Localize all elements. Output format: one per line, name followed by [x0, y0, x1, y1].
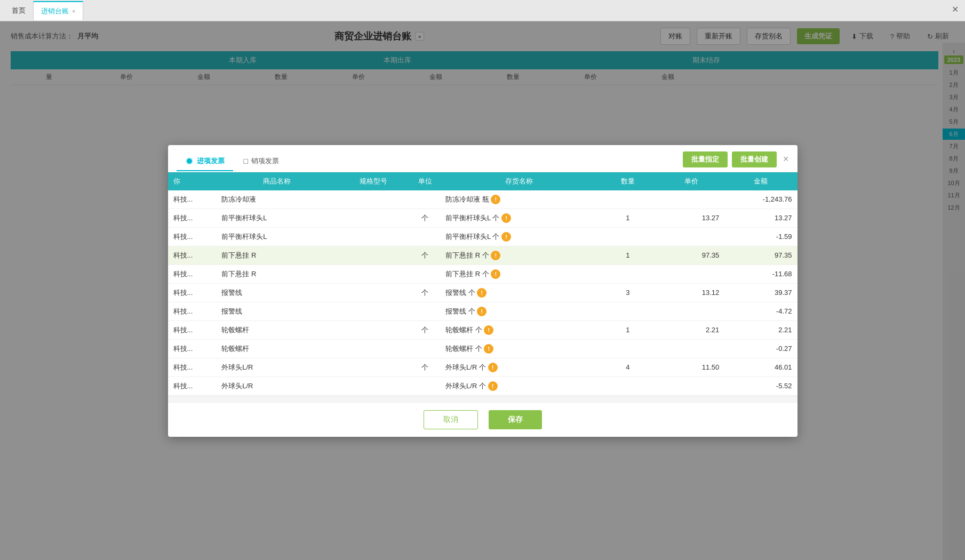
cell-product: 轮毂螺杆: [216, 339, 337, 358]
cell-product: 前下悬挂 R: [216, 265, 337, 283]
cell-unit: [410, 190, 440, 209]
cell-company: 科技...: [168, 339, 217, 358]
batch-assign-button[interactable]: 批量指定: [683, 151, 728, 167]
cell-spec: [337, 265, 410, 283]
cell-company: 科技...: [168, 377, 217, 395]
cell-inventory: 防冻冷却液 瓶 !: [440, 190, 597, 209]
cell-inventory: 前下悬挂 R 个 !: [440, 246, 597, 265]
cell-amount: 13.27: [724, 209, 797, 227]
cell-price: [658, 227, 725, 246]
tab-ledger[interactable]: 进销台账 ×: [33, 1, 83, 20]
cell-inventory: 前下悬挂 R 个 !: [440, 265, 597, 283]
warning-icon: !: [491, 195, 500, 204]
cell-product: 前平衡杆球头L: [216, 209, 337, 227]
cell-company: 科技...: [168, 246, 217, 265]
modal-header: 进项发票 □ 销项发票 批量指定 批量创建 ×: [168, 145, 797, 172]
table-row[interactable]: 科技... 前平衡杆球头L 个 前平衡杆球头L 个 ! 1 13.27 13.2…: [168, 209, 797, 227]
cell-amount: 46.01: [724, 358, 797, 377]
warning-icon: !: [477, 288, 487, 298]
cell-product: 轮毂螺杆: [216, 321, 337, 339]
warning-icon: !: [501, 213, 511, 223]
cell-spec: [337, 302, 410, 321]
save-button[interactable]: 保存: [489, 410, 542, 429]
cell-quantity: 1: [597, 321, 658, 339]
table-row[interactable]: 科技... 防冻冷却液 防冻冷却液 瓶 ! -1,243.76: [168, 190, 797, 209]
th-quantity: 数量: [597, 172, 658, 190]
cell-product: 防冻冷却液: [216, 190, 337, 209]
modal-overlay: 进项发票 □ 销项发票 批量指定 批量创建 × 你: [0, 21, 965, 560]
table-row[interactable]: 科技... 报警线 报警线 个 ! -4.72: [168, 302, 797, 321]
cell-amount: -4.72: [724, 302, 797, 321]
cell-amount: 2.21: [724, 321, 797, 339]
cell-quantity: [597, 227, 658, 246]
th-inventory: 存货名称: [440, 172, 597, 190]
cell-unit: [410, 302, 440, 321]
table-row[interactable]: 科技... 外球头L/R 外球头L/R 个 ! -5.52: [168, 377, 797, 395]
warning-icon: !: [491, 269, 500, 279]
cell-company: 科技...: [168, 283, 217, 302]
cancel-button[interactable]: 取消: [424, 410, 478, 429]
cell-inventory: 轮毂螺杆 个 !: [440, 321, 597, 339]
cell-quantity: 1: [597, 209, 658, 227]
tab-ledger-label: 进销台账: [41, 6, 69, 16]
table-row[interactable]: 科技... 报警线 个 报警线 个 ! 3 13.12 39.37: [168, 283, 797, 302]
cell-quantity: [597, 339, 658, 358]
cell-quantity: [597, 302, 658, 321]
table-row[interactable]: 科技... 前下悬挂 R 前下悬挂 R 个 ! -11.68: [168, 265, 797, 283]
cell-spec: [337, 227, 410, 246]
main-content: 销售成本计算方法： 月平均 商贸企业进销台账 ≡ 对账 重新开账 存货别名 生成…: [0, 21, 965, 560]
tab-close-icon[interactable]: ×: [72, 8, 75, 14]
cell-product: 外球头L/R: [216, 358, 337, 377]
cell-unit: 个: [410, 358, 440, 377]
tab-outgoing-invoice[interactable]: □ 销项发票: [235, 152, 288, 171]
warning-icon: !: [477, 307, 487, 316]
cell-unit: 个: [410, 246, 440, 265]
cell-inventory: 报警线 个 !: [440, 283, 597, 302]
cell-quantity: 3: [597, 283, 658, 302]
cell-product: 报警线: [216, 283, 337, 302]
th-product: 商品名称: [216, 172, 337, 190]
invoice-table: 你 商品名称 规格型号 单位 存货名称 数量 单价 金额 科技... 防冻冷却液: [168, 172, 797, 396]
cell-unit: [410, 265, 440, 283]
cell-price: 13.27: [658, 209, 725, 227]
cell-amount: 97.35: [724, 246, 797, 265]
table-row[interactable]: 科技... 轮毂螺杆 轮毂螺杆 个 ! -0.27: [168, 339, 797, 358]
cell-company: 科技...: [168, 265, 217, 283]
tab-incoming-invoice[interactable]: 进项发票: [177, 152, 233, 171]
cell-price: [658, 377, 725, 395]
cell-amount: -0.27: [724, 339, 797, 358]
table-row[interactable]: 科技... 前平衡杆球头L 前平衡杆球头L 个 ! -1.59: [168, 227, 797, 246]
modal-close-button[interactable]: ×: [783, 154, 789, 169]
cell-price: [658, 265, 725, 283]
cell-quantity: [597, 190, 658, 209]
cell-inventory: 报警线 个 !: [440, 302, 597, 321]
table-row[interactable]: 科技... 轮毂螺杆 个 轮毂螺杆 个 ! 1 2.21 2.21: [168, 321, 797, 339]
horizontal-scrollbar[interactable]: [168, 396, 797, 402]
th-price: 单价: [658, 172, 725, 190]
cell-spec: [337, 358, 410, 377]
cell-company: 科技...: [168, 321, 217, 339]
cell-inventory: 前平衡杆球头L 个 !: [440, 209, 597, 227]
cell-product: 前平衡杆球头L: [216, 227, 337, 246]
svg-point-1: [187, 158, 192, 164]
cell-unit: 个: [410, 321, 440, 339]
th-company: 你: [168, 172, 217, 190]
cell-inventory: 外球头L/R 个 !: [440, 358, 597, 377]
table-header-row: 你 商品名称 规格型号 单位 存货名称 数量 单价 金额: [168, 172, 797, 190]
table-scroll-area[interactable]: 你 商品名称 规格型号 单位 存货名称 数量 单价 金额 科技... 防冻冷却液: [168, 172, 797, 396]
cell-company: 科技...: [168, 302, 217, 321]
table-row[interactable]: 科技... 外球头L/R 个 外球头L/R 个 ! 4 11.50 46.01: [168, 358, 797, 377]
cell-price: [658, 302, 725, 321]
table-body: 科技... 防冻冷却液 防冻冷却液 瓶 ! -1,243.76 科技... 前平…: [168, 190, 797, 396]
cell-product: 报警线: [216, 302, 337, 321]
cell-price: 97.35: [658, 246, 725, 265]
batch-create-button[interactable]: 批量创建: [732, 151, 777, 167]
th-amount: 金额: [724, 172, 797, 190]
cell-inventory: 外球头L/R 个 !: [440, 377, 597, 395]
cell-amount: 39.37: [724, 283, 797, 302]
cell-amount: -11.68: [724, 265, 797, 283]
tab-bar: 首页 进销台账 × ✕: [0, 0, 965, 21]
table-row[interactable]: 科技... 前下悬挂 R 个 前下悬挂 R 个 ! 1 97.35 97.35: [168, 246, 797, 265]
window-close-button[interactable]: ✕: [952, 4, 959, 14]
tab-home[interactable]: 首页: [4, 2, 33, 20]
